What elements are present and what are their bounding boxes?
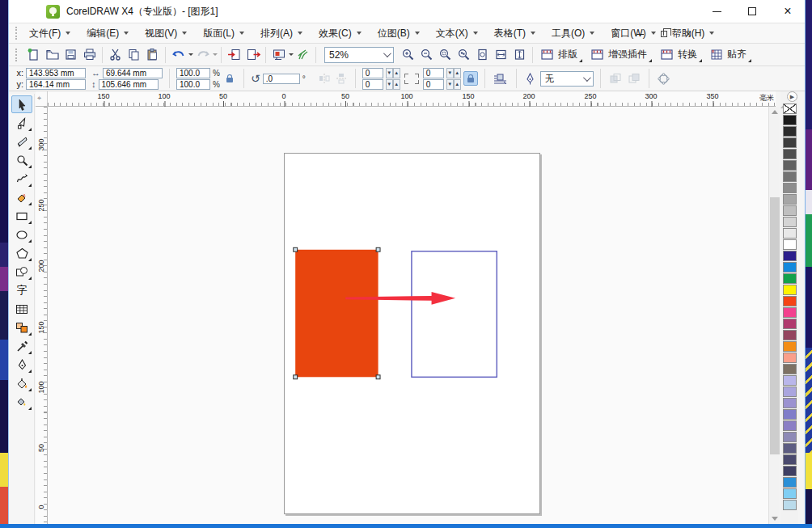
scroll-down-button[interactable]	[769, 513, 780, 524]
ruler-origin-button[interactable]	[36, 91, 48, 107]
selection-handle[interactable]	[294, 247, 298, 251]
color-swatch[interactable]	[783, 398, 797, 408]
text-tool[interactable]: 字	[11, 281, 32, 299]
ellipse-tool[interactable]	[11, 226, 32, 243]
corner-radius-tl-field[interactable]: 0	[362, 68, 383, 78]
corner-radius-tr-field[interactable]: 0	[423, 68, 444, 78]
redo-button[interactable]	[193, 45, 212, 64]
y-position-field[interactable]: 164.14 mm	[26, 79, 86, 90]
color-swatch[interactable]	[783, 194, 797, 205]
quick-customize-button[interactable]	[656, 70, 672, 88]
selection-handle[interactable]	[376, 247, 380, 251]
menu-item[interactable]: 效果(C)	[314, 24, 366, 43]
minimize-button[interactable]	[709, 4, 724, 19]
zoom-to-height-button[interactable]	[510, 45, 529, 64]
menu-item[interactable]: 视图(V)	[140, 24, 192, 43]
drawing-canvas[interactable]	[48, 107, 768, 524]
vertical-ruler[interactable]: 300 250 200 150 100 50 0	[36, 107, 48, 524]
undo-button[interactable]	[169, 45, 188, 64]
color-swatch[interactable]	[783, 341, 797, 352]
mirror-horizontal-button[interactable]	[317, 71, 332, 86]
welcome-screen-button[interactable]	[294, 45, 312, 64]
basic-shapes-tool[interactable]	[11, 263, 32, 281]
color-swatch[interactable]	[783, 126, 797, 137]
color-swatch[interactable]	[783, 488, 797, 499]
color-swatch[interactable]	[783, 217, 797, 227]
typesetting-button[interactable]: 排版	[536, 46, 583, 63]
scrollbar-thumb[interactable]	[770, 197, 780, 454]
spinner-up[interactable]: ▲	[454, 68, 461, 78]
object-width-field[interactable]: 69.644 mm	[103, 68, 163, 78]
new-document-button[interactable]	[24, 45, 43, 64]
color-swatch[interactable]	[783, 115, 797, 125]
x-position-field[interactable]: 143.953 mm	[26, 68, 86, 78]
shape-tool[interactable]	[11, 114, 32, 132]
spinner-down[interactable]: ▼	[446, 68, 454, 78]
color-swatch[interactable]	[783, 149, 797, 159]
interactive-fill-tool[interactable]	[11, 393, 32, 411]
document-restore-button[interactable]	[658, 28, 670, 40]
color-swatch[interactable]	[783, 251, 797, 261]
color-swatch[interactable]	[783, 364, 797, 374]
snap-button[interactable]: 贴齐	[706, 46, 752, 63]
scale-x-field[interactable]: 100.0	[176, 68, 210, 78]
color-swatch[interactable]	[783, 500, 797, 510]
horizontal-ruler[interactable]: 150 100 50 0 50 100 150 200	[48, 91, 776, 107]
menu-item[interactable]: 排列(A)	[256, 24, 307, 43]
freehand-tool[interactable]	[11, 170, 32, 188]
menu-item[interactable]: 编辑(E)	[82, 24, 133, 43]
menu-item[interactable]: 版面(L)	[198, 24, 249, 43]
convert-button[interactable]: 转换	[656, 46, 703, 63]
maximize-button[interactable]	[745, 4, 759, 19]
paste-button[interactable]	[143, 45, 162, 64]
object-height-field[interactable]: 105.646 mm	[99, 79, 159, 90]
scale-lock-button[interactable]	[222, 71, 237, 86]
color-swatch[interactable]	[783, 466, 797, 476]
color-swatch[interactable]	[783, 273, 797, 284]
zoom-out-button[interactable]	[417, 45, 436, 64]
menu-item[interactable]: 表格(T)	[489, 24, 540, 43]
vertical-scrollbar[interactable]	[768, 107, 780, 524]
zoom-level-combo[interactable]: 52%	[324, 47, 394, 63]
color-swatch[interactable]	[783, 228, 797, 239]
save-button[interactable]	[61, 45, 80, 64]
blue-outline-rectangle[interactable]	[412, 251, 497, 378]
outline-pen-tool[interactable]	[11, 356, 32, 374]
selection-handle[interactable]	[376, 375, 380, 379]
scale-y-field[interactable]: 100.0	[176, 79, 210, 90]
color-swatch[interactable]	[783, 420, 797, 431]
color-swatch[interactable]	[783, 330, 797, 340]
smart-fill-tool[interactable]	[11, 188, 32, 206]
menubar-drag-handle[interactable]	[15, 27, 19, 40]
corner-radius-br-field[interactable]: 0	[423, 79, 444, 90]
zoom-to-width-button[interactable]	[492, 45, 510, 64]
zoom-in-button[interactable]	[399, 45, 417, 64]
mirror-vertical-button[interactable]	[334, 71, 349, 86]
color-swatch[interactable]	[783, 137, 797, 148]
application-launcher-button[interactable]	[269, 45, 288, 64]
color-swatch[interactable]	[783, 353, 797, 363]
zoom-all-objects-button[interactable]	[455, 45, 473, 64]
polygon-tool[interactable]	[11, 244, 32, 262]
no-fill-swatch[interactable]	[783, 103, 797, 114]
color-swatch[interactable]	[783, 307, 797, 318]
convert-to-curves-button[interactable]	[607, 70, 624, 88]
cut-button[interactable]	[106, 45, 125, 64]
close-button[interactable]: ×	[780, 4, 795, 19]
fill-tool[interactable]	[11, 374, 32, 392]
crop-tool[interactable]	[11, 133, 32, 150]
zoom-tool[interactable]	[11, 151, 32, 169]
color-swatch[interactable]	[783, 183, 797, 193]
eyedropper-tool[interactable]	[11, 337, 32, 355]
menu-item[interactable]: 文本(X)	[431, 24, 483, 43]
import-button[interactable]	[225, 45, 243, 64]
spinner-up[interactable]: ▲	[393, 79, 400, 90]
color-swatch[interactable]	[783, 239, 797, 250]
color-swatch[interactable]	[783, 477, 797, 488]
selection-handle[interactable]	[294, 375, 298, 379]
spinner-down[interactable]: ▼	[386, 79, 393, 90]
color-swatch[interactable]	[783, 205, 797, 216]
document-minimize-button[interactable]	[633, 28, 646, 40]
convert-outline-to-object-button[interactable]	[626, 70, 642, 88]
spinner-up[interactable]: ▲	[454, 79, 461, 90]
